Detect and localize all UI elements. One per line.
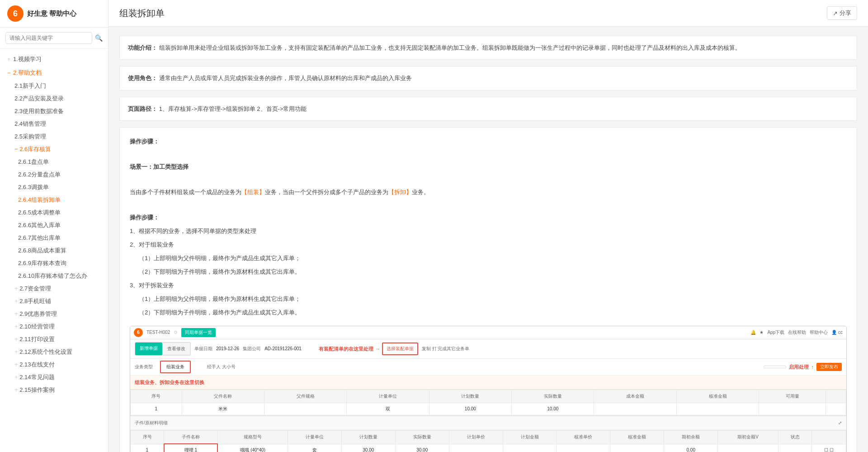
mock-tab-view[interactable]: 查看修改 — [162, 343, 190, 355]
sidebar: 6 好生意 帮助中心 🔍 + 1.视频学习 − 2.帮助文档 2.1新手入门 2… — [0, 0, 108, 452]
th-cost-amt: 成本金额 — [594, 390, 676, 403]
page-title: 组装拆卸单 — [119, 7, 165, 19]
td-sub-spec: 哦哦 (40*40) — [217, 444, 288, 452]
step3-1: （1）上部明细为父件明细，最终作为原材料生成其它出库单； — [139, 293, 847, 305]
search-icon[interactable]: 🔍 — [95, 34, 103, 42]
sidebar-item-docs[interactable]: − 2.帮助文档 — [0, 66, 108, 80]
th-approved-amt: 核准金额 — [676, 390, 759, 403]
sidebar-item-wrong[interactable]: 2.6.10库存账本错了怎么办 — [0, 270, 108, 282]
td-sub-plan-price — [449, 444, 503, 452]
th-actions — [826, 390, 846, 403]
td-sub-action-btn: ☐ ☐ — [812, 444, 846, 452]
step2: 2、对于组装业务 — [130, 239, 847, 251]
mock-system-select: TEST-H002 — [146, 328, 170, 337]
sidebar-item-data[interactable]: 2.3使用前数据准备 — [0, 105, 108, 118]
mock-org-label: 集团公司 — [243, 344, 261, 353]
th-sub-plan-amt: 计划金额 — [503, 431, 557, 444]
scene1-label: 场景一：加工类型选择 — [130, 161, 847, 173]
td-seq2: 1 — [131, 444, 164, 452]
th-available: 可用量 — [759, 390, 826, 403]
sidebar-item-coupon[interactable]: + 2.9优惠券管理 — [0, 308, 108, 320]
th-plan-qty: 计划数量 — [429, 390, 511, 403]
mock-org-val: AD-20191226-001 — [264, 344, 302, 353]
sidebar-item-partial[interactable]: 2.6.2分量盘点单 — [0, 168, 108, 181]
sidebar-item-ops[interactable]: + 2.10经营管理 — [0, 320, 108, 333]
th-sub-status: 状态 — [778, 431, 812, 444]
mock-tabs: 新增单据 查看修改 — [135, 342, 191, 356]
mock-tab-new[interactable]: 新增单据 — [135, 343, 162, 355]
sidebar-item-video[interactable]: + 1.视频学习 — [0, 52, 108, 66]
sidebar-item-fund[interactable]: + 2.7资金管理 — [0, 282, 108, 295]
th-sub-spec: 规格型号 — [217, 431, 288, 444]
sidebar-item-check[interactable]: 2.6.9库存账本查询 — [0, 257, 108, 270]
td-sub-plan-qty: 30.00 — [341, 444, 395, 452]
sidebar-item-install[interactable]: 2.2产品安装及登录 — [0, 92, 108, 105]
mock-sync-btn[interactable]: 同期单据一览 — [181, 328, 216, 337]
th-parent-name: 父件名称 — [182, 390, 264, 403]
td-approved-amt — [676, 403, 759, 415]
sidebar-item-other-in[interactable]: 2.6.6其他入库单 — [0, 219, 108, 232]
path-block: 页面路径： 1、库存核算->库存管理->组装拆卸单 2、首页->常用功能 — [119, 97, 857, 121]
mock-name-input[interactable] — [764, 366, 786, 368]
sidebar-item-inventory[interactable]: − 2.6库存核算 — [0, 143, 108, 156]
sidebar-item-purchase[interactable]: 2.5采购管理 — [0, 130, 108, 143]
path-label: 页面路径： — [128, 105, 157, 112]
sidebar-header: 6 好生意 帮助中心 — [0, 0, 108, 28]
mock-upper-table-area: 序号 父件名称 父件规格 计量单位 计划数量 实际数量 成本金额 核准金额 可用… — [130, 390, 846, 415]
share-icon: ↗ — [833, 10, 838, 17]
th-sub-approved-price: 核准单价 — [557, 431, 610, 444]
sidebar-item-cases[interactable]: + 2.15操作案例 — [0, 384, 108, 396]
mock-select-template-btn[interactable]: 选择装配单据 — [382, 343, 418, 355]
sidebar-item-system[interactable]: + 2.12系统个性化设置 — [0, 346, 108, 358]
th-sub-plan-price: 计划单价 — [449, 431, 503, 444]
sidebar-item-newbie[interactable]: 2.1新手入门 — [0, 80, 108, 92]
mock-type-select[interactable]: 组装业务 — [160, 361, 191, 373]
sidebar-item-print[interactable]: + 2.11打印设置 — [0, 333, 108, 346]
mock-ops-text: 复制 打 完成其它业务单 — [422, 344, 470, 353]
mock-lower-table: 序号 子件名称 规格型号 计量单位 计划数量 实际数量 计划单价 计划金额 核准… — [130, 430, 846, 452]
path-text: 1、库存核算->库存管理->组装拆卸单 2、首页->常用功能 — [159, 105, 307, 112]
mock-lower-section-header: 子件/原材料明细 ⤢ — [130, 415, 846, 430]
td-available — [759, 403, 826, 415]
sidebar-item-faq[interactable]: + 2.14常见问题 — [0, 371, 108, 384]
td-sub-actual-qty: 30.00 — [395, 444, 449, 452]
mock-expand-icon[interactable]: ⤢ — [838, 419, 842, 428]
logo-icon: 6 — [7, 5, 24, 22]
role-label: 使用角色： — [128, 75, 157, 81]
share-button[interactable]: ↗ 分享 — [827, 6, 857, 20]
th-seq2: 序号 — [131, 431, 164, 444]
sidebar-item-mobile[interactable]: + 2.8手机旺铺 — [0, 295, 108, 308]
td-action-btn — [826, 403, 846, 415]
mock-subtoolbar: 新增单据 查看修改 单据日期 2019-12-26 集团公司 AD-201912… — [130, 339, 846, 359]
sidebar-item-cost-calc[interactable]: 2.6.8商品成本重算 — [0, 244, 108, 257]
app-title: 好生意 帮助中心 — [27, 10, 76, 18]
content-area: 功能介绍： 组装拆卸单用来处理企业组装或拆卸等加工业务，支持有固定装配清单的产品… — [108, 27, 868, 452]
td-sub-approved-price — [557, 444, 610, 452]
sidebar-item-stocktake[interactable]: 2.6.1盘点单 — [0, 156, 108, 168]
sidebar-item-sales[interactable]: 2.4销售管理 — [0, 118, 108, 130]
mock-logo: 6 — [134, 328, 143, 337]
sidebar-item-assemble[interactable]: 2.6.4组装拆卸单 — [0, 194, 108, 206]
sidebar-item-other-out[interactable]: 2.6.7其他出库单 — [0, 232, 108, 244]
mock-date-val: 2019-12-26 — [216, 344, 239, 353]
mock-text-center: 帮助中心 — [810, 328, 828, 337]
role-text: 通常由生产人员或库管人员完成拆装业务的操作，库管人员确认原材料的出库和产成品的入… — [159, 75, 412, 81]
func-intro-label: 功能介绍： — [128, 44, 157, 51]
mock-topbar: 6 TEST-H002 ⚙ 同期单据一览 🔔 ★ App下载 在线帮助 帮助中心… — [130, 326, 846, 339]
mock-icon-bell: 🔔 — [750, 328, 756, 337]
sidebar-item-adjust[interactable]: 2.6.3调拨单 — [0, 181, 108, 194]
minus-icon: − — [7, 70, 10, 76]
sidebar-item-label: 2.帮助文档 — [13, 69, 42, 77]
search-input[interactable] — [5, 32, 92, 44]
mock-type-row: 业务类型 组装业务 经手人 大小号 启用处理 ↑ 立即发布 — [130, 359, 846, 376]
sidebar-item-cost[interactable]: 2.6.5成本调整单 — [0, 206, 108, 219]
mock-date-label: 单据日期 — [194, 344, 212, 353]
sidebar-item-payment[interactable]: + 2.13在线支付 — [0, 358, 108, 371]
td-plan-qty: 10.00 — [429, 403, 511, 415]
scene1-desc: 当由多个子件材料组装成一个成品的业务为【组装】业务，当由一个父件拆分成多个子产品… — [130, 186, 847, 198]
th-unit: 计量单位 — [347, 390, 429, 403]
annotation1-area: 有装配清单的在这里处理 → 选择装配单据 复制 打 完成其它业务单 — [319, 343, 470, 355]
table-row: 1 米米 双 10.00 10.00 — [131, 403, 846, 415]
mock-enable-btn[interactable]: 立即发布 — [816, 363, 842, 371]
td-sub-opening-bal: 0.00 — [664, 444, 718, 452]
